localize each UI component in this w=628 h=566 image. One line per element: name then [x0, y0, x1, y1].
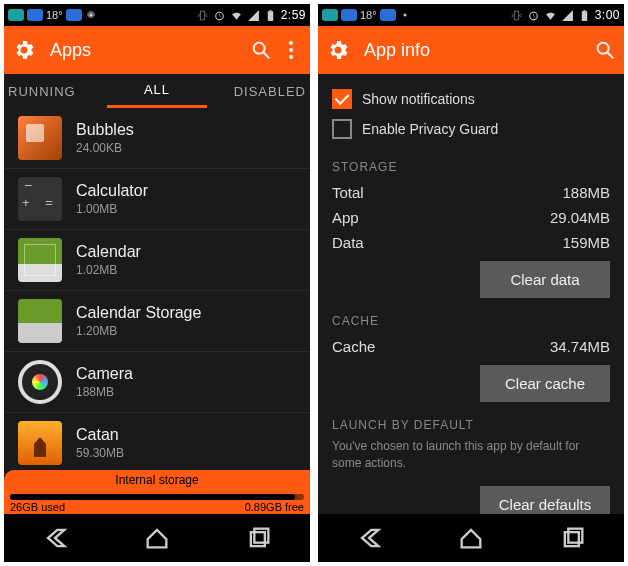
- app-row[interactable]: Catan59.30MB: [4, 412, 310, 473]
- svg-rect-10: [581, 11, 586, 21]
- gear-icon: [399, 9, 411, 21]
- app-size: 1.00MB: [76, 202, 148, 216]
- settings-icon[interactable]: [326, 38, 350, 62]
- cache-value: 34.74MB: [550, 338, 610, 355]
- signal-icon: [247, 9, 260, 22]
- app-icon: [18, 360, 62, 404]
- battery-icon: [264, 9, 277, 22]
- battery-icon: [578, 9, 591, 22]
- svg-point-8: [403, 14, 406, 17]
- storage-track: [10, 494, 304, 500]
- clear-data-button[interactable]: Clear data: [480, 261, 610, 298]
- status-chip-icon: [8, 9, 24, 21]
- total-value: 188MB: [562, 184, 610, 201]
- status-bar: 18° 3:00: [318, 4, 624, 26]
- svg-point-12: [598, 43, 609, 54]
- app-name: Bubbles: [76, 121, 134, 139]
- app-icon: [18, 238, 62, 282]
- storage-free: 0.89GB free: [245, 501, 304, 513]
- app-key: App: [332, 209, 359, 226]
- storage-fill: [10, 494, 295, 500]
- app-row[interactable]: Bubbles24.00KB: [4, 108, 310, 168]
- status-chip-icon: [66, 9, 82, 21]
- app-icon: [18, 177, 62, 221]
- back-button[interactable]: [355, 524, 383, 552]
- app-size: 188MB: [76, 385, 133, 399]
- app-icon: [18, 421, 62, 465]
- app-size: 1.02MB: [76, 263, 141, 277]
- launch-heading: LAUNCH BY DEFAULT: [332, 418, 610, 432]
- show-notifications-row[interactable]: Show notifications: [332, 84, 610, 114]
- action-bar: Apps: [4, 26, 310, 74]
- status-chip-icon: [322, 9, 338, 21]
- status-bar: 18° 2:59: [4, 4, 310, 26]
- alarm-icon: [527, 9, 540, 22]
- app-row[interactable]: Calendar Storage1.20MB: [4, 290, 310, 351]
- storage-used: 26GB used: [10, 501, 65, 513]
- svg-line-13: [608, 53, 614, 59]
- tab-all[interactable]: ALL: [107, 74, 206, 108]
- app-row[interactable]: Calendar1.02MB: [4, 229, 310, 290]
- recents-button[interactable]: [245, 524, 273, 552]
- phone-right: 18° 3:00 App info Show notifications Ena…: [318, 4, 624, 562]
- search-icon[interactable]: [594, 39, 616, 61]
- status-clock: 2:59: [281, 8, 306, 22]
- status-temperature: 18°: [46, 9, 63, 21]
- recents-button[interactable]: [559, 524, 587, 552]
- svg-rect-14: [565, 532, 579, 546]
- app-size: 24.00KB: [76, 141, 134, 155]
- app-value: 29.04MB: [550, 209, 610, 226]
- home-button[interactable]: [143, 524, 171, 552]
- page-title: Apps: [50, 40, 91, 61]
- alarm-icon: [213, 9, 226, 22]
- cache-key: Cache: [332, 338, 375, 355]
- app-name: Camera: [76, 365, 133, 383]
- tab-disabled[interactable]: DISABLED: [207, 74, 310, 108]
- svg-rect-3: [269, 10, 271, 11]
- app-row[interactable]: Camera188MB: [4, 351, 310, 412]
- phone-left: 18° 2:59 Apps RUNNING ALL DISABLED Bubbl…: [4, 4, 310, 562]
- svg-rect-2: [267, 11, 272, 21]
- status-chip-icon: [341, 9, 357, 21]
- svg-rect-6: [251, 532, 265, 546]
- app-name: Calendar Storage: [76, 304, 201, 322]
- svg-rect-15: [568, 529, 582, 543]
- action-bar: App info: [318, 26, 624, 74]
- back-button[interactable]: [41, 524, 69, 552]
- search-icon[interactable]: [250, 39, 272, 61]
- data-value: 159MB: [562, 234, 610, 251]
- storage-label: Internal storage: [4, 473, 310, 487]
- app-row[interactable]: Calculator1.00MB: [4, 168, 310, 229]
- privacy-guard-label: Enable Privacy Guard: [362, 121, 498, 137]
- tab-running[interactable]: RUNNING: [4, 74, 107, 108]
- checkbox-icon[interactable]: [332, 119, 352, 139]
- svg-rect-11: [583, 10, 585, 11]
- wifi-icon: [544, 9, 557, 22]
- launch-description: You've chosen to launch this app by defa…: [332, 438, 610, 472]
- app-icon: [18, 116, 62, 160]
- tab-bar: RUNNING ALL DISABLED: [4, 74, 310, 108]
- status-temperature: 18°: [360, 9, 377, 21]
- status-clock: 3:00: [595, 8, 620, 22]
- overflow-menu-icon[interactable]: [280, 39, 302, 61]
- vibrate-icon: [510, 9, 523, 22]
- app-name: Calendar: [76, 243, 141, 261]
- app-name: Calculator: [76, 182, 148, 200]
- clear-cache-button[interactable]: Clear cache: [480, 365, 610, 402]
- storage-heading: STORAGE: [332, 160, 610, 174]
- signal-icon: [561, 9, 574, 22]
- checkbox-icon[interactable]: [332, 89, 352, 109]
- svg-point-4: [254, 43, 265, 54]
- data-key: Data: [332, 234, 364, 251]
- home-button[interactable]: [457, 524, 485, 552]
- app-icon: [18, 299, 62, 343]
- wifi-icon: [230, 9, 243, 22]
- page-title: App info: [364, 40, 430, 61]
- status-chip-icon: [27, 9, 43, 21]
- storage-summary: Internal storage 26GB used 0.89GB free: [4, 470, 310, 514]
- privacy-guard-row[interactable]: Enable Privacy Guard: [332, 114, 610, 144]
- settings-icon[interactable]: [12, 38, 36, 62]
- svg-rect-7: [254, 529, 268, 543]
- nav-bar: [318, 514, 624, 562]
- show-notifications-label: Show notifications: [362, 91, 475, 107]
